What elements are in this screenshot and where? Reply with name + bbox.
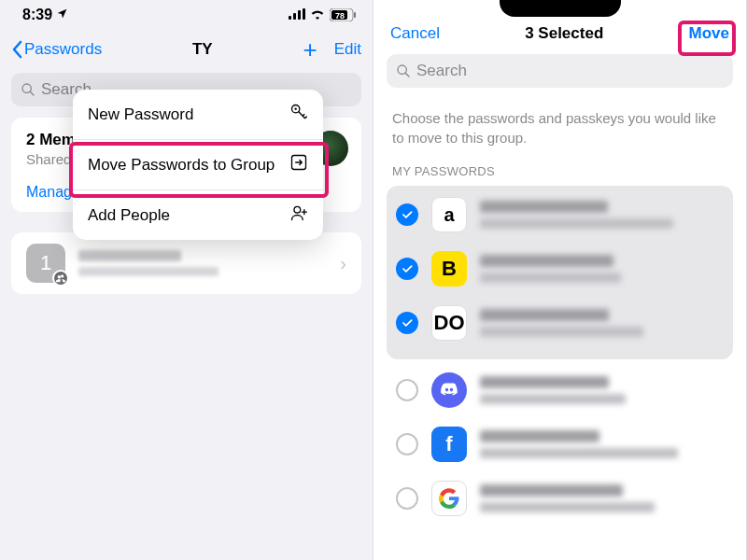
- chevron-right-icon: ›: [340, 253, 346, 274]
- edit-button[interactable]: Edit: [334, 40, 361, 59]
- checkbox-checked[interactable]: [396, 258, 418, 280]
- password-row[interactable]: DO: [387, 296, 733, 350]
- svg-rect-3: [303, 8, 305, 20]
- back-label: Passwords: [24, 40, 102, 59]
- move-to-group-icon: [289, 153, 308, 176]
- menu-move-passwords[interactable]: Move Passwords to Group: [73, 140, 323, 190]
- redacted-text: [78, 250, 181, 261]
- search-icon: [396, 63, 411, 78]
- location-icon: [56, 7, 68, 23]
- redacted-text: [480, 430, 599, 442]
- menu-new-password[interactable]: New Password: [73, 90, 323, 140]
- checkbox-checked[interactable]: [396, 203, 418, 226]
- popover-menu: New Password Move Passwords to Group Add…: [73, 90, 323, 240]
- wifi-icon: [310, 7, 325, 23]
- battery-icon: 78: [330, 8, 356, 21]
- redacted-text: [480, 201, 608, 213]
- checkbox-unchecked[interactable]: [396, 433, 418, 455]
- right-phone-screen: Cancel 3 Selected Move Search Choose the…: [374, 0, 747, 560]
- redacted-text: [480, 376, 609, 388]
- password-row[interactable]: B: [387, 242, 733, 296]
- redacted-text: [480, 502, 655, 512]
- redacted-text: [480, 218, 673, 229]
- redacted-text: [480, 484, 623, 497]
- checkbox-unchecked[interactable]: [396, 379, 418, 401]
- chevron-left-icon: [11, 40, 22, 59]
- password-row[interactable]: a: [387, 188, 733, 242]
- redacted-text: [78, 267, 218, 276]
- nav-bar: Passwords TY + Edit: [0, 30, 373, 69]
- entry-thumb-number: 1: [40, 251, 51, 275]
- search-placeholder: Search: [416, 62, 467, 80]
- back-button[interactable]: Passwords: [11, 40, 102, 59]
- left-phone-screen: 8:39 78 Passwords: [0, 0, 374, 560]
- selected-passwords-group: aBDO: [387, 186, 733, 359]
- add-people-icon: [289, 203, 308, 227]
- unselected-passwords-group: f: [374, 359, 746, 525]
- svg-point-13: [294, 206, 301, 213]
- group-badge-icon: [52, 270, 69, 287]
- redacted-text: [480, 448, 678, 458]
- row-texts: [480, 376, 727, 404]
- password-row[interactable]: [387, 471, 733, 525]
- menu-label: Add People: [88, 205, 289, 225]
- redacted-text: [480, 327, 643, 337]
- cancel-button[interactable]: Cancel: [390, 24, 440, 43]
- entry-thumb: 1: [26, 244, 65, 283]
- redacted-text: [480, 309, 609, 321]
- row-texts: [480, 201, 727, 229]
- notch: [374, 0, 746, 17]
- amazon-icon: a: [431, 197, 467, 232]
- svg-line-15: [405, 73, 409, 77]
- row-texts: [480, 430, 727, 458]
- add-button[interactable]: +: [303, 37, 317, 62]
- checkbox-checked[interactable]: [396, 312, 418, 334]
- svg-point-11: [295, 108, 297, 110]
- facebook-icon: f: [431, 427, 467, 462]
- row-texts: [480, 255, 727, 283]
- redacted-text: [480, 273, 621, 283]
- google-icon: [431, 481, 467, 516]
- key-icon: [289, 103, 308, 126]
- do-icon: DO: [431, 305, 467, 341]
- status-time: 8:39: [22, 7, 52, 23]
- move-button[interactable]: Move: [689, 24, 729, 43]
- redacted-text: [480, 255, 613, 267]
- menu-label: New Password: [88, 105, 289, 124]
- modal-nav: Cancel 3 Selected Move: [374, 17, 746, 49]
- svg-rect-1: [293, 13, 296, 20]
- search-input[interactable]: Search: [387, 54, 733, 88]
- modal-title: 3 Selected: [525, 24, 603, 43]
- password-row[interactable]: f: [387, 417, 733, 471]
- entry-texts: [78, 250, 218, 276]
- search-icon: [21, 82, 35, 97]
- svg-text:78: 78: [335, 11, 345, 21]
- svg-line-9: [30, 91, 34, 95]
- section-label: MY PASSWORDS: [374, 153, 746, 186]
- password-entry[interactable]: 1 ›: [11, 232, 361, 294]
- password-row[interactable]: [387, 363, 733, 417]
- bestbuy-icon: B: [431, 251, 467, 287]
- redacted-text: [480, 394, 626, 404]
- page-title: TY: [192, 40, 213, 59]
- row-texts: [480, 484, 727, 512]
- menu-add-people[interactable]: Add People: [73, 190, 323, 240]
- menu-label: Move Passwords to Group: [88, 155, 289, 175]
- checkbox-unchecked[interactable]: [396, 487, 418, 510]
- discord-icon: [431, 372, 467, 408]
- row-texts: [480, 309, 727, 337]
- svg-rect-2: [298, 10, 301, 20]
- signal-icon: [289, 7, 305, 23]
- instructions-text: Choose the passwords and passkeys you wo…: [374, 91, 746, 153]
- status-bar: 8:39 78: [0, 0, 373, 30]
- svg-rect-6: [354, 12, 356, 18]
- svg-rect-0: [289, 16, 291, 20]
